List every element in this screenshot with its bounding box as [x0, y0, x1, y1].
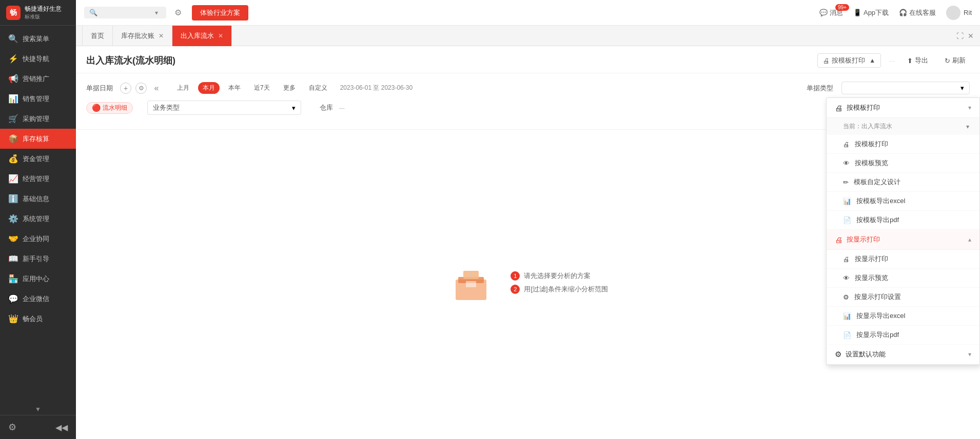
sidebar-settings-icon[interactable]: ⚙	[8, 422, 16, 433]
template-section-arrow: ▾	[968, 104, 971, 111]
template-preview-icon: 👁	[843, 159, 850, 167]
display-pdf-item-label: 按显示导出pdf	[856, 330, 899, 340]
sidebar-item-member[interactable]: 👑畅会员	[0, 309, 76, 329]
add-filter-btn[interactable]: +	[120, 83, 131, 94]
doc-type-select[interactable]: ▾	[841, 82, 970, 94]
template-preview-item[interactable]: 👁 按模板预览	[827, 154, 979, 173]
template-print-icon: 🖨	[843, 141, 850, 148]
date-last-month[interactable]: 上月	[172, 82, 194, 94]
sidebar-item-system[interactable]: ⚙️系统管理	[0, 209, 76, 229]
sidebar-item-sales[interactable]: 📊销售管理	[0, 89, 76, 109]
template-print-item[interactable]: 🖨 按模板打印	[827, 135, 979, 154]
messages-btn[interactable]: 💬 消息 99+	[819, 8, 843, 17]
filter-controls: 单据日期 + ⚙ «	[86, 83, 162, 94]
page-title: 出入库流水(流水明细)	[86, 54, 175, 67]
tab-batch-account[interactable]: 库存批次账 ✕	[113, 26, 172, 46]
sidebar-item-label: 销售管理	[23, 94, 49, 104]
filter-tag-label: 流水明细	[103, 104, 127, 112]
maximize-icon[interactable]: ⛶	[956, 32, 964, 40]
date-this-year[interactable]: 本年	[224, 82, 245, 94]
sidebar-item-basic[interactable]: ℹ️基础信息	[0, 189, 76, 209]
template-excel-item-label: 按模板导出excel	[856, 196, 905, 206]
dropdown-display-section[interactable]: 🖨 按显示打印 ▴	[827, 230, 979, 250]
sidebar-item-label: 库存核算	[23, 134, 49, 144]
biz-type-select[interactable]: 业务类型 ▾	[147, 101, 301, 115]
sidebar-item-operations[interactable]: 📈经营管理	[0, 169, 76, 189]
close-window-icon[interactable]: ✕	[968, 32, 974, 40]
display-settings-item[interactable]: ⚙ 按显示打印设置	[827, 288, 979, 307]
date-7days[interactable]: 近7天	[249, 82, 275, 94]
sidebar-collapse-icon[interactable]: ◀◀	[55, 423, 68, 432]
display-preview-item[interactable]: 👁 按显示预览	[827, 269, 979, 288]
sidebar-item-marketing[interactable]: 📢营销推广	[0, 69, 76, 89]
step-1-num: 1	[511, 271, 520, 281]
header-gear-icon[interactable]: ⚙	[174, 8, 182, 17]
template-pdf-item[interactable]: 📄 按模板导出pdf	[827, 211, 979, 230]
refresh-btn[interactable]: ↻ 刷新	[940, 54, 970, 67]
sidebar-item-search[interactable]: 🔍搜索菜单	[0, 29, 76, 49]
filter-action-btns: + ⚙ «	[120, 83, 162, 94]
display-excel-icon: 📊	[843, 312, 851, 320]
dropdown-template-section[interactable]: 🖨 按模板打印 ▾	[827, 98, 979, 118]
search-input[interactable]	[101, 9, 152, 16]
date-custom[interactable]: 自定义	[304, 82, 332, 94]
header-search-box[interactable]: 🔍 ▾	[84, 7, 166, 18]
collapse-filter-icon[interactable]: «	[151, 83, 162, 94]
tab-home[interactable]: 首页	[82, 26, 113, 46]
sidebar-item-label: 企业协同	[23, 234, 49, 244]
display-print-item[interactable]: 🖨 按显示打印	[827, 250, 979, 269]
industry-btn[interactable]: 体验行业方案	[192, 5, 248, 21]
sidebar-item-purchase[interactable]: 🛒采购管理	[0, 109, 76, 129]
warehouse-select[interactable]: ···	[337, 104, 345, 112]
sidebar-item-cooperation[interactable]: 🤝企业协同	[0, 229, 76, 249]
app-download-btn[interactable]: 📱 App下载	[853, 8, 889, 17]
export-btn[interactable]: ⬆ 导出	[903, 54, 932, 67]
template-design-item[interactable]: ✏ 模板自定义设计	[827, 173, 979, 192]
template-pdf-item-label: 按模板导出pdf	[856, 215, 899, 225]
print-btn-label: 按模板打印	[832, 56, 865, 65]
print-btn-group[interactable]: 🖨 按模板打印 ▲	[817, 53, 881, 68]
sidebar-item-app-center[interactable]: 🏪应用中心	[0, 269, 76, 289]
printer-icon: 🖨	[823, 57, 830, 65]
system-icon: ⚙️	[8, 214, 18, 224]
default-section-arrow: ▾	[968, 351, 971, 358]
date-this-month[interactable]: 本月	[198, 82, 220, 94]
search-dropdown-icon: ▾	[155, 9, 158, 16]
date-more[interactable]: 更多	[279, 82, 300, 94]
template-design-icon: ✏	[843, 178, 849, 186]
dropdown-default-section[interactable]: ⚙ 设置默认功能 ▾	[827, 345, 979, 365]
inventory-icon: 📦	[8, 134, 18, 144]
sidebar-item-label: 搜索菜单	[23, 34, 49, 44]
online-service-btn[interactable]: 🎧 在线客服	[899, 8, 936, 17]
username-label: Rit	[964, 9, 972, 16]
display-pdf-item[interactable]: 📄 按显示导出pdf	[827, 326, 979, 345]
logo-icon: 畅	[6, 6, 21, 20]
tab-close-inout[interactable]: ✕	[218, 32, 223, 39]
display-excel-item[interactable]: 📊 按显示导出excel	[827, 307, 979, 326]
avatar	[946, 6, 961, 20]
user-profile[interactable]: Rit	[946, 6, 972, 20]
tab-inout-flow[interactable]: 出入库流水 ✕	[172, 26, 232, 46]
warehouse-label: 仓库	[320, 103, 333, 112]
sidebar-item-finance[interactable]: 💰资金管理	[0, 149, 76, 169]
template-excel-item[interactable]: 📊 按模板导出excel	[827, 192, 979, 211]
basic-icon: ℹ️	[8, 194, 18, 204]
sidebar: 畅 畅捷通好生意 标准版 🔍搜索菜单⚡快捷导航📢营销推广📊销售管理🛒采购管理📦库…	[0, 0, 76, 439]
print-expand-icon[interactable]: ▲	[869, 57, 875, 64]
sidebar-scroll-down[interactable]: ▼	[0, 404, 76, 415]
template-section-icon: 🖨	[835, 104, 842, 112]
step-2-num: 2	[511, 285, 520, 294]
sidebar-item-quick-nav[interactable]: ⚡快捷导航	[0, 49, 76, 69]
sidebar-item-guide[interactable]: 📖新手引导	[0, 249, 76, 269]
display-preview-item-label: 按显示预览	[855, 273, 888, 283]
display-print-item-label: 按显示打印	[855, 254, 888, 264]
template-excel-icon: 📊	[843, 197, 851, 205]
step-1: 1 请先选择要分析的方案	[511, 271, 607, 281]
sidebar-item-wechat[interactable]: 💬企业微信	[0, 289, 76, 309]
display-section-label: 🖨 按显示打印	[835, 235, 880, 244]
tab-close-batch[interactable]: ✕	[159, 32, 164, 39]
display-pdf-icon: 📄	[843, 331, 851, 339]
filter-settings-btn[interactable]: ⚙	[135, 83, 147, 94]
default-label: 设置默认功能	[846, 350, 886, 359]
sidebar-item-inventory[interactable]: 📦库存核算	[0, 129, 76, 149]
